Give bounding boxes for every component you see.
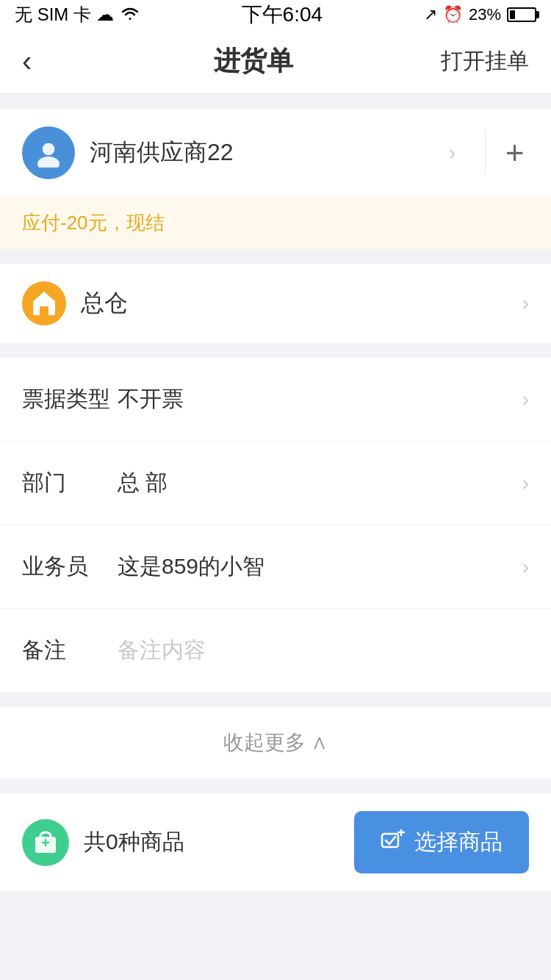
salesperson-row[interactable]: 业务员 这是859的小智 › (0, 525, 551, 609)
page-title: 进货单 (214, 43, 293, 79)
add-supplier-button[interactable]: + (485, 131, 529, 175)
open-pending-button[interactable]: 打开挂单 (441, 46, 529, 76)
status-bar-left: 无 SIM 卡 ☁ (15, 3, 140, 26)
sim-label: 无 SIM 卡 ☁ (15, 3, 114, 26)
warehouse-icon (22, 281, 66, 325)
warehouse-row[interactable]: 总仓 › (0, 264, 551, 343)
invoice-type-value: 不开票 (118, 384, 515, 414)
supplier-row[interactable]: 河南供应商22 › + (0, 109, 551, 197)
battery-percent: 23% (469, 5, 501, 24)
supplier-notice: 应付-20元，现结 (0, 197, 551, 249)
status-bar: 无 SIM 卡 ☁ 下午6:04 ↗ ⏰ 23% (0, 0, 551, 29)
select-product-button[interactable]: 选择商品 (354, 811, 529, 873)
status-bar-time: 下午6:04 (242, 1, 323, 29)
nav-bar: ‹ 进货单 打开挂单 (0, 29, 551, 94)
location-icon: ↗ (424, 5, 437, 24)
section-gap-1 (0, 94, 551, 109)
department-chevron-icon: › (522, 472, 529, 495)
supplier-avatar (22, 126, 75, 179)
warehouse-name: 总仓 (81, 287, 522, 320)
supplier-card: 河南供应商22 › + 应付-20元，现结 (0, 109, 551, 249)
back-button[interactable]: ‹ (22, 45, 66, 78)
department-label: 部门 (22, 468, 118, 498)
select-product-label: 选择商品 (414, 827, 503, 857)
product-count: 共0种商品 (84, 827, 339, 857)
select-product-icon (381, 829, 406, 855)
status-bar-right: ↗ ⏰ 23% (424, 5, 536, 24)
battery-icon (507, 7, 536, 22)
collapse-row[interactable]: 收起更多 ∧ (0, 707, 551, 779)
salesperson-value: 这是859的小智 (118, 552, 515, 582)
svg-point-1 (43, 143, 55, 156)
remark-value[interactable]: 备注内容 (118, 635, 529, 666)
svg-rect-5 (40, 306, 48, 315)
supplier-chevron-icon: › (449, 141, 455, 165)
invoice-type-chevron-icon: › (522, 388, 529, 411)
department-value: 总 部 (118, 468, 515, 498)
invoice-type-row[interactable]: 票据类型 不开票 › (0, 358, 551, 442)
alarm-icon: ⏰ (443, 5, 463, 24)
supplier-name: 河南供应商22 (90, 137, 449, 169)
department-row[interactable]: 部门 总 部 › (0, 442, 551, 525)
collapse-label: 收起更多 ∧ (223, 729, 328, 757)
wifi-icon (120, 4, 140, 25)
remark-row[interactable]: 备注 备注内容 (0, 609, 551, 692)
salesperson-chevron-icon: › (522, 555, 529, 579)
svg-marker-4 (32, 292, 56, 302)
warehouse-chevron-icon: › (522, 292, 529, 315)
salesperson-label: 业务员 (22, 552, 118, 582)
product-icon (22, 819, 69, 866)
form-section: 票据类型 不开票 › 部门 总 部 › 业务员 这是859的小智 › 备注 备注… (0, 358, 551, 692)
bottom-bar: 共0种商品 选择商品 (0, 793, 551, 891)
invoice-type-label: 票据类型 (22, 384, 118, 414)
svg-rect-9 (382, 834, 398, 847)
remark-label: 备注 (22, 635, 118, 666)
